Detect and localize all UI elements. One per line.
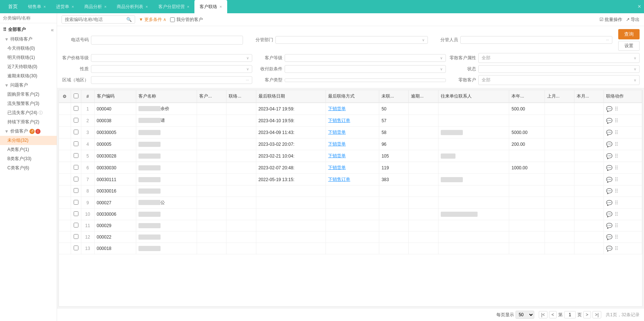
grid-icon[interactable]: ⠿ — [615, 177, 618, 183]
row-check-cell[interactable] — [71, 232, 81, 243]
tab-close-sales[interactable]: × — [43, 4, 46, 9]
contact-method-link[interactable]: 下销货单 — [328, 130, 346, 135]
col-customer-code[interactable]: 客户编码 — [94, 90, 136, 103]
tree-pending-contact[interactable]: ▼ 待联络客户 — [0, 35, 57, 44]
reset-button[interactable]: 设置 — [618, 41, 640, 51]
tree-grade-c[interactable]: C类客户(6) — [0, 163, 57, 173]
tree-all-customers[interactable]: ⠿ 全部客户 « — [0, 25, 57, 35]
row-checkbox[interactable] — [74, 223, 78, 227]
grid-icon[interactable]: ⠿ — [615, 234, 618, 240]
main-search-icon[interactable]: 🔍 — [126, 17, 132, 22]
export-btn[interactable]: ↗ 导出 — [626, 17, 640, 23]
grid-icon[interactable]: ⠿ — [615, 211, 618, 217]
bulk-operation-btn[interactable]: ☑ 批量操作 — [599, 17, 622, 23]
message-icon[interactable]: 💬 — [606, 211, 612, 217]
contact-method-link[interactable]: 下销货单 — [328, 153, 346, 158]
tab-product-analysis-list[interactable]: 商品分析列表 × — [112, 0, 153, 13]
grid-icon[interactable]: ⠿ — [615, 130, 618, 135]
row-checkbox[interactable] — [74, 153, 78, 158]
person-select[interactable]: ··· — [460, 36, 612, 44]
message-icon[interactable]: 💬 — [606, 177, 612, 183]
col-customer-name[interactable]: 客户名称 — [136, 90, 197, 103]
message-icon[interactable]: 💬 — [606, 234, 612, 240]
row-checkbox[interactable] — [74, 141, 78, 146]
my-customers-checkbox[interactable]: 我分管的客户 — [170, 17, 203, 23]
tree-overdue-pending[interactable]: 逾期未联络(30) — [0, 71, 57, 81]
tab-product-analysis[interactable]: 商品分析 × — [79, 0, 112, 13]
tab-close-analysis-list[interactable]: × — [145, 4, 148, 9]
tab-close-all[interactable]: × — [638, 3, 641, 10]
last-contact-method[interactable] — [326, 220, 379, 232]
contact-method-link[interactable]: 下销售订单 — [328, 177, 350, 182]
row-check-cell[interactable] — [71, 209, 81, 220]
col-last-contact-method[interactable]: 最后联络方式 — [326, 90, 379, 103]
tab-purchase-order[interactable]: 进货单 × — [51, 0, 79, 13]
contact-method-link[interactable]: 下销货单 — [328, 106, 346, 111]
col-last-month[interactable]: 上月... — [545, 90, 574, 103]
message-icon[interactable]: 💬 — [606, 141, 612, 147]
tab-home[interactable]: 首页 — [3, 3, 23, 10]
row-checkbox[interactable] — [74, 211, 78, 216]
col-contact[interactable]: 联络... — [226, 90, 256, 103]
row-check-cell[interactable] — [71, 174, 81, 186]
grid-icon[interactable]: ⠿ — [615, 165, 618, 171]
tree-value-customers[interactable]: ▼ 价值客户 ↺ ! — [0, 127, 57, 136]
sidebar-collapse-btn[interactable]: « — [51, 27, 54, 33]
tab-customer-tier[interactable]: 客户分层经营 × — [153, 0, 194, 13]
row-check-cell[interactable] — [71, 150, 81, 162]
row-check-cell[interactable] — [71, 243, 81, 254]
row-checkbox[interactable] — [74, 246, 78, 250]
tree-problem-customers[interactable]: ▼ 问题客户 — [0, 81, 57, 90]
message-icon[interactable]: 💬 — [606, 200, 612, 206]
message-icon[interactable]: 💬 — [606, 188, 612, 194]
last-contact-method[interactable]: 下销售订单 — [326, 174, 379, 186]
tree-tomorrow-pending[interactable]: 明天待联络(1) — [0, 53, 57, 62]
tree-grade-a[interactable]: A类客户(1) — [0, 145, 57, 154]
tree-near7days-pending[interactable]: 近7天待联络(0) — [0, 62, 57, 71]
nature-select[interactable]: ∨ — [91, 65, 252, 73]
row-check-cell[interactable] — [71, 103, 81, 115]
row-check-cell[interactable] — [71, 138, 81, 150]
col-overdue[interactable]: 逾期... — [409, 90, 438, 103]
tree-sustained-decline[interactable]: 持续下滑客户(2) — [0, 117, 57, 127]
main-search-input[interactable] — [65, 17, 125, 22]
price-level-select[interactable]: ∨ — [91, 54, 252, 62]
message-icon[interactable]: 💬 — [606, 165, 612, 171]
last-contact-method[interactable] — [326, 186, 379, 197]
message-icon[interactable]: 💬 — [606, 106, 612, 112]
tree-today-pending[interactable]: 今天待联络(0) — [0, 44, 57, 53]
message-icon[interactable]: 💬 — [606, 246, 612, 251]
select-all-checkbox[interactable] — [74, 94, 78, 98]
col-gear[interactable]: ⚙ — [59, 90, 71, 103]
col-customer-type[interactable]: 客户... — [197, 90, 226, 103]
grid-icon[interactable]: ⠿ — [615, 246, 618, 251]
first-page-btn[interactable]: |< — [539, 311, 548, 318]
contact-method-link[interactable]: 下销售订单 — [328, 118, 350, 123]
col-check[interactable] — [71, 90, 81, 103]
message-icon[interactable]: 💬 — [606, 130, 612, 135]
retail-attr-select[interactable]: 全部 ∨ — [478, 53, 640, 63]
tree-ungraded[interactable]: 未分组(32) — [0, 136, 57, 145]
col-days-no-contact[interactable]: 未联... — [379, 90, 409, 103]
tab-close-analysis[interactable]: × — [104, 4, 106, 9]
row-check-cell[interactable] — [71, 115, 81, 127]
tree-churn-risk[interactable]: 流失预警客户(3) — [0, 99, 57, 108]
region-select[interactable]: ··· — [91, 76, 252, 84]
last-page-btn[interactable]: >| — [592, 311, 601, 318]
tab-close-purchase[interactable]: × — [71, 4, 74, 9]
row-checkbox[interactable] — [74, 118, 78, 123]
grid-icon[interactable]: ⠿ — [615, 106, 618, 112]
row-checkbox[interactable] — [74, 106, 78, 111]
query-button[interactable]: 查询 — [618, 29, 640, 39]
prev-page-btn[interactable]: < — [549, 311, 557, 318]
row-check-cell[interactable] — [71, 186, 81, 197]
col-last-contact-date[interactable]: 最后联络日期 — [256, 90, 326, 103]
sidebar-search-input[interactable] — [3, 15, 57, 21]
status-select[interactable]: ∨ — [478, 65, 640, 73]
customer-level-select[interactable]: ∨ — [285, 54, 446, 62]
tree-abnormal-purchase[interactable]: 固购异常客户(2) — [0, 90, 57, 99]
last-contact-method[interactable] — [326, 209, 379, 220]
contact-method-link[interactable]: 下销货单 — [328, 141, 346, 147]
message-icon[interactable]: 💬 — [606, 118, 612, 124]
last-contact-method[interactable] — [326, 197, 379, 209]
